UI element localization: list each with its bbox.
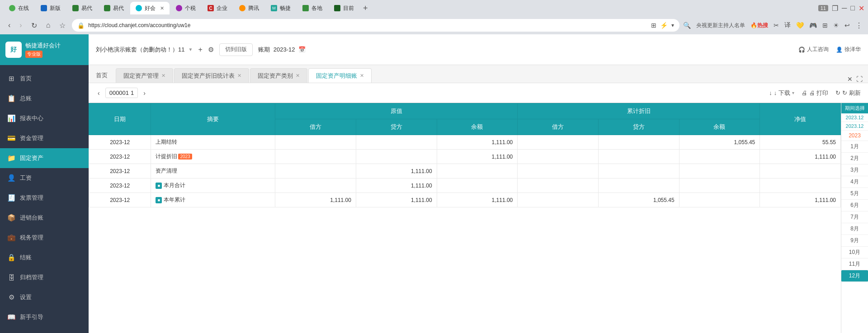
cell-amount [518,164,599,178]
translate-tool[interactable]: 译 [784,21,791,29]
sidebar-item-invoices[interactable]: 🧾 发票管理 [0,188,89,208]
wallet-tool[interactable]: 💛 [796,22,804,29]
period-month-4月[interactable]: 4月 [841,176,868,188]
sidebar-item-settings[interactable]: ⚙ 设置 [0,287,89,307]
tab-5-close-icon[interactable]: ✕ [160,5,164,11]
panel-expand-icon[interactable]: ⛶ [856,75,863,83]
window-restore-icon[interactable]: ❐ [832,4,838,13]
download-button[interactable]: ↓ ↓ 下载 ▾ [769,89,794,97]
customer-service-button[interactable]: 🎧 人工咨询 [798,46,829,53]
browser-tab-2[interactable]: 新版 [35,2,66,14]
refresh-button[interactable]: ↻ ↻ 刷新 [835,89,861,97]
browser-tab-7[interactable]: C 企业 [202,2,233,14]
panel-close-icon[interactable]: ✕ [847,75,853,83]
browser-tab-9[interactable]: M 畅捷 [265,2,296,14]
sidebar-item-general-ledger[interactable]: 📋 总账 [0,89,89,108]
browser-tab-8[interactable]: 腾讯 [234,2,264,14]
sidebar-item-reports[interactable]: 📊 报表中心 [0,108,89,128]
window-maximize-icon[interactable]: □ [850,4,855,12]
sidebar-item-home[interactable]: ⊞ 首页 [0,69,89,89]
nav-back-button[interactable]: ‹ [5,20,13,30]
gamepad-tool[interactable]: 🎮 [809,22,817,29]
browser-tab-4[interactable]: 易代 [99,2,129,14]
period-month-8月[interactable]: 8月 [841,223,868,235]
sidebar-item-closing-label: 结账 [20,253,32,262]
period-year-label[interactable]: 2023 [841,131,868,141]
qr-code-icon[interactable]: ⊞ [651,22,656,29]
tab-asset-detail-close-icon[interactable]: ✕ [360,73,364,79]
new-tab-button[interactable]: + [360,4,371,13]
period-end-date[interactable]: 2023.12 [841,122,868,131]
period-month-2月[interactable]: 2月 [841,153,868,164]
sidebar-item-archive[interactable]: 🗄 归档管理 [0,267,89,287]
tab-asset-category[interactable]: 固定资产类别 ✕ [250,68,307,83]
period-start-date[interactable]: 2023.12 [841,113,868,122]
period-month-10月[interactable]: 10月 [841,247,868,258]
period-month-12月[interactable]: 12月 [841,270,868,282]
sidebar-item-purchase-sale[interactable]: 📦 进销台账 [0,208,89,228]
row-type-icon: ■ [156,183,162,189]
browser-tab-5-active[interactable]: 好会 ✕ [130,2,170,14]
payroll-icon: 👤 [7,174,15,182]
user-profile-button[interactable]: 👤 徐泽华 [836,46,861,53]
scissors-tool[interactable]: ✂ [774,22,779,29]
sidebar-item-funds[interactable]: 💳 资金管理 [0,128,89,148]
cell-amount: 1,111.00 [356,193,437,207]
add-account-button[interactable]: + [198,46,202,54]
calendar-icon[interactable]: 📅 [298,46,306,53]
address-bar[interactable]: 🔒 https://cloud.chanjet.com/accounting/u… [72,19,679,32]
browser-tab-11[interactable]: 目前 [329,2,359,14]
browser-tab-10[interactable]: 各地 [297,2,328,14]
undo-tool[interactable]: ↩ [844,22,850,29]
tab-asset-category-close-icon[interactable]: ✕ [296,73,300,79]
tab-home[interactable]: 首页 [89,68,115,83]
sidebar-item-fixed-assets[interactable]: 📁 固定资产 [0,148,89,168]
sidebar-item-guide[interactable]: 📖 新手引导 [0,307,89,327]
browser-tab-3[interactable]: 易代 [67,2,98,14]
period-month-5月[interactable]: 5月 [841,188,868,200]
cell-amount [679,193,760,207]
hot-search-label[interactable]: 🔥热搜 [750,22,768,29]
lightning-icon[interactable]: ⚡ [660,22,668,29]
tab-depreciation-stats-close-icon[interactable]: ✕ [237,73,241,79]
cell-amount [760,178,841,193]
tab-depreciation-stats[interactable]: 固定资产折旧统计表 ✕ [174,68,249,83]
period-month-3月[interactable]: 3月 [841,164,868,176]
nav-bookmark-button[interactable]: ☆ [57,20,68,31]
nav-home-button[interactable]: ⌂ [43,20,53,30]
logo-icon: 好 [5,42,22,58]
switch-version-button[interactable]: 切到旧版 [219,43,253,56]
th-original-value: 原值 [275,103,518,119]
sidebar-item-closing[interactable]: 🔒 结账 [0,248,89,267]
tab-fixed-assets-mgmt-close-icon[interactable]: ✕ [161,73,165,79]
next-page-button[interactable]: › [142,89,147,98]
account-settings-icon[interactable]: ⚙ [208,46,214,54]
print-button[interactable]: 🖨 🖨 打印 [802,89,829,97]
brightness-tool[interactable]: ☀ [833,22,839,29]
period-month-11月[interactable]: 11月 [841,258,868,270]
guide-icon: 📖 [7,313,15,321]
tab-asset-detail[interactable]: 固定资产明细账 ✕ [308,68,372,83]
period-month-1月[interactable]: 1月 [841,141,868,153]
tab-fixed-assets-mgmt[interactable]: 固定资产管理 ✕ [116,68,173,83]
window-close-icon[interactable]: ✕ [859,4,864,13]
sidebar-item-payroll[interactable]: 👤 工资 [0,168,89,188]
browser-tab-1[interactable]: 在线 [4,2,34,14]
cell-amount [356,135,437,150]
grid-tool[interactable]: ⊞ [822,22,828,29]
prev-page-button[interactable]: ‹ [96,89,102,98]
window-minimize-icon[interactable]: ─ [842,4,847,12]
account-selector[interactable]: 刘小艳演示账套（勿删勿动！）11 ▼ [96,46,193,54]
period-month-9月[interactable]: 9月 [841,235,868,247]
period-month-6月[interactable]: 6月 [841,200,868,211]
download-dropdown-icon: ▾ [792,90,794,95]
year-badge: 2023 [178,154,192,159]
browser-tab-6[interactable]: 个税 [170,2,201,14]
nav-forward-button[interactable]: › [17,20,24,30]
page-toolbar: ‹ 000001 1 › ↓ ↓ 下载 ▾ 🖨 🖨 打印 ↻ [89,83,868,103]
more-tools[interactable]: ⋮ [855,21,863,30]
nav-reload-button[interactable]: ↻ [28,20,40,31]
sidebar-item-tax[interactable]: 💼 税务管理 [0,228,89,248]
dropdown-arrow-icon[interactable]: ▾ [671,22,674,28]
period-month-7月[interactable]: 7月 [841,211,868,223]
